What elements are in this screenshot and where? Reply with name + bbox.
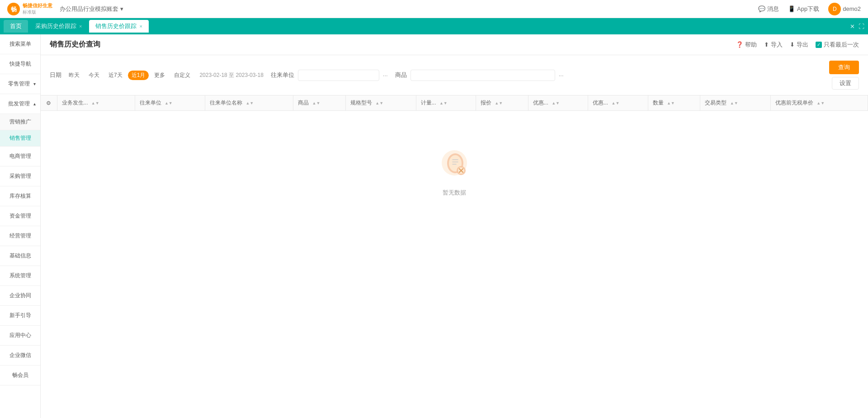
system-mgmt-label: 系统管理 <box>9 272 31 280</box>
table-header: ⚙ 业务发生... ▲▼ 往来单位 ▲▼ 往来单位名称 ▲▼ <box>41 95 868 111</box>
sort-icon-discount2: ▲▼ <box>612 101 620 105</box>
table-container: ⚙ 业务发生... ▲▼ 往来单位 ▲▼ 往来单位名称 ▲▼ <box>41 95 868 418</box>
sidebar-item-inventory[interactable]: 库存核算 <box>0 186 40 206</box>
sidebar-item-basic-info[interactable]: 基础信息 <box>0 246 40 266</box>
logo-icon: 畅 <box>7 3 20 15</box>
date-btn-more[interactable]: 更多 <box>151 71 169 80</box>
sidebar-item-app-center[interactable]: 应用中心 <box>0 326 40 346</box>
sidebar-item-new-guide[interactable]: 新手引导 <box>0 306 40 326</box>
goods-input[interactable] <box>410 70 555 81</box>
new-guide-label: 新手引导 <box>9 312 31 319</box>
quick-nav-label: 快捷导航 <box>9 60 31 68</box>
sidebar-item-system-mgmt[interactable]: 系统管理 <box>0 266 40 286</box>
th-qty[interactable]: 数量 ▲▼ <box>648 95 700 111</box>
sort-icon-pretax-price: ▲▼ <box>816 101 825 105</box>
th-pretax-price[interactable]: 优惠前无税单价 ▲▼ <box>770 95 868 111</box>
app-download-btn[interactable]: 📱 App下载 <box>788 5 819 13</box>
ecommerce-label: 电商管理 <box>9 152 31 160</box>
page-header: 销售历史价查询 ❓ 帮助 ⬆ 导入 ⬇ 导出 ✓ <box>41 34 868 55</box>
page-title: 销售历史价查询 <box>50 40 100 49</box>
date-btn-yesterday[interactable]: 昨天 <box>65 71 83 80</box>
logo-area: 畅 畅捷信好生意 标准版 <box>7 2 52 15</box>
user-menu[interactable]: D demo2 <box>828 3 861 15</box>
th-partner-code[interactable]: 往来单位 ▲▼ <box>135 95 205 111</box>
sidebar-item-operation[interactable]: 经营管理 <box>0 226 40 246</box>
sort-icon-spec: ▲▼ <box>375 101 383 105</box>
date-btn-last7[interactable]: 近7天 <box>105 71 126 80</box>
wholesale-mgmt-label: 批发管理 <box>5 100 33 108</box>
query-button[interactable]: 查询 <box>829 61 859 74</box>
sidebar-item-retail-mgmt[interactable]: 零售管理 ▾ <box>0 74 40 94</box>
main-layout: 搜索菜单 快捷导航 零售管理 ▾ 批发管理 ▴ 营销推广 销售管理 电商管理 采… <box>0 34 868 418</box>
top-header: 畅 畅捷信好生意 标准版 办公用品行业模拟账套 ▾ 💬 消息 📱 App下载 D… <box>0 0 868 18</box>
th-discount2[interactable]: 优惠... ▲▼ <box>588 95 648 111</box>
tab-fullscreen-icon[interactable]: ⛶ <box>859 23 864 30</box>
date-btn-custom[interactable]: 自定义 <box>170 71 194 80</box>
sidebar-item-member[interactable]: 畅会员 <box>0 366 40 385</box>
goods-filter-group: 商品 ··· <box>395 70 564 81</box>
dropdown-icon: ▾ <box>120 5 123 12</box>
enterprise-wechat-label: 企业微信 <box>9 352 31 359</box>
sidebar-item-enterprise-wechat[interactable]: 企业微信 <box>0 346 40 366</box>
tab-purchase-history[interactable]: 采购历史价跟踪 × <box>29 20 88 33</box>
logo-text: 畅捷信好生意 标准版 <box>23 2 52 15</box>
filter-area: 日期 昨天 今天 近7天 近1月 更多 自定义 2023-02-18 至 202… <box>41 55 868 95</box>
export-btn[interactable]: ⬇ 导出 <box>790 41 808 49</box>
goods-dots[interactable]: ··· <box>559 72 564 79</box>
tab-home[interactable]: 首页 <box>4 20 28 33</box>
sidebar-item-purchase[interactable]: 采购管理 <box>0 166 40 186</box>
page-title-row: 销售历史价查询 ❓ 帮助 ⬆ 导入 ⬇ 导出 ✓ <box>50 40 859 49</box>
tab-actions: ✕ ⛶ <box>850 23 864 30</box>
header-right: 💬 消息 📱 App下载 D demo2 <box>758 3 861 15</box>
app-selector[interactable]: 办公用品行业模拟账套 ▾ <box>56 3 127 15</box>
th-settings[interactable]: ⚙ <box>41 95 57 111</box>
content-area: 销售历史价查询 ❓ 帮助 ⬆ 导入 ⬇ 导出 ✓ <box>41 34 868 418</box>
sidebar-item-wholesale-mgmt[interactable]: 批发管理 ▴ <box>0 94 40 114</box>
sidebar-item-marketing[interactable]: 营销推广 <box>0 114 40 130</box>
tab-sales-close[interactable]: × <box>139 24 142 29</box>
help-btn[interactable]: ❓ 帮助 <box>736 41 757 49</box>
import-btn[interactable]: ⬆ 导入 <box>764 41 783 49</box>
tab-close-all-icon[interactable]: ✕ <box>850 23 855 30</box>
sort-icon-partner-code: ▲▼ <box>165 101 173 105</box>
message-btn[interactable]: 💬 消息 <box>758 5 779 13</box>
th-quote[interactable]: 报价 ▲▼ <box>476 95 528 111</box>
sidebar-item-finance[interactable]: 资金管理 <box>0 206 40 226</box>
wholesale-expand-icon: ▴ <box>33 101 36 106</box>
th-unit[interactable]: 计量... ▲▼ <box>416 95 476 111</box>
partner-dots[interactable]: ··· <box>383 72 388 79</box>
th-goods[interactable]: 商品 ▲▼ <box>293 95 346 111</box>
date-btn-last1m[interactable]: 近1月 <box>128 71 149 80</box>
sidebar: 搜索菜单 快捷导航 零售管理 ▾ 批发管理 ▴ 营销推广 销售管理 电商管理 采… <box>0 34 41 418</box>
checkbox-icon: ✓ <box>816 42 822 48</box>
th-trade-type[interactable]: 交易类型 ▲▼ <box>700 95 771 111</box>
sidebar-item-ecommerce[interactable]: 电商管理 <box>0 147 40 166</box>
partner-input[interactable] <box>298 70 379 81</box>
th-partner-name[interactable]: 往来单位名称 ▲▼ <box>205 95 293 111</box>
th-discount1[interactable]: 优惠... ▲▼ <box>528 95 588 111</box>
settings-button[interactable]: 设置 <box>832 77 859 90</box>
date-btn-today[interactable]: 今天 <box>85 71 103 80</box>
sidebar-item-quick-nav[interactable]: 快捷导航 <box>0 54 40 74</box>
header-left: 畅 畅捷信好生意 标准版 办公用品行业模拟账套 ▾ <box>7 2 127 15</box>
marketing-label: 营销推广 <box>9 118 31 126</box>
retail-mgmt-label: 零售管理 <box>5 80 33 88</box>
sort-icon-quote: ▲▼ <box>495 101 503 105</box>
sidebar-item-search-menu[interactable]: 搜索菜单 <box>0 34 40 54</box>
import-icon: ⬆ <box>764 41 769 48</box>
tab-bar: 首页 采购历史价跟踪 × 销售历史价跟踪 × ✕ ⛶ <box>0 18 868 34</box>
empty-icon <box>436 147 472 183</box>
sort-icon-goods: ▲▼ <box>312 101 321 105</box>
tab-sales-history[interactable]: 销售历史价跟踪 × <box>89 20 148 33</box>
partner-filter-group: 往来单位 ··· <box>271 70 388 81</box>
tab-purchase-close[interactable]: × <box>79 24 82 29</box>
only-last-checkbox[interactable]: ✓ 只看最后一次 <box>816 41 859 49</box>
sidebar-item-sales-mgmt[interactable]: 销售管理 <box>0 130 40 147</box>
finance-label: 资金管理 <box>9 212 31 220</box>
th-biz-date[interactable]: 业务发生... ▲▼ <box>57 95 135 111</box>
sidebar-item-enterprise-collab[interactable]: 企业协同 <box>0 286 40 306</box>
th-spec[interactable]: 规格型号 ▲▼ <box>346 95 416 111</box>
empty-text: 暂无数据 <box>443 189 466 197</box>
tab-sales-label: 销售历史价跟踪 <box>95 22 137 30</box>
inventory-label: 库存核算 <box>9 192 31 200</box>
